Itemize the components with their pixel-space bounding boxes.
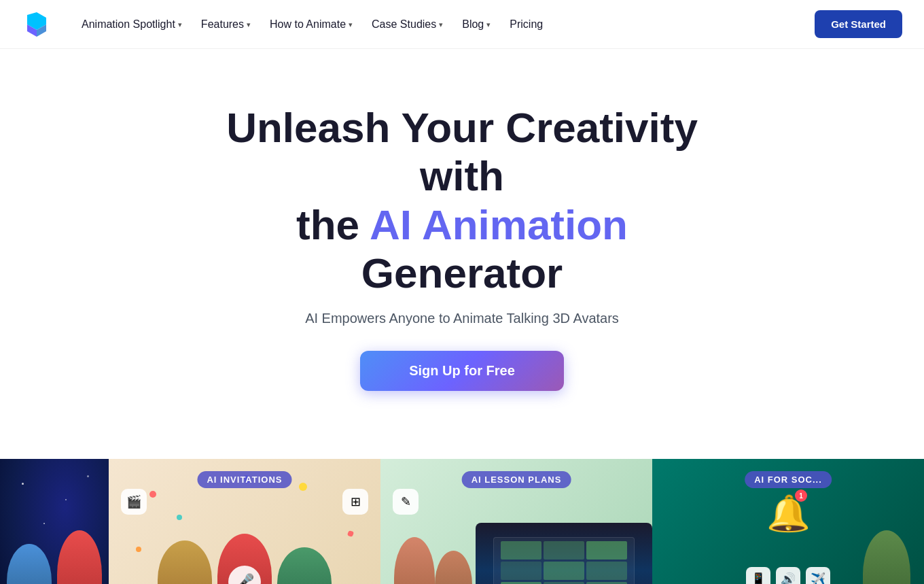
- card-4-social-icons: 📱 🔊 ✈️: [746, 567, 830, 584]
- chevron-down-icon: ▾: [178, 20, 182, 29]
- navbar: Animation Spotlight ▾ Features ▾ How to …: [0, 0, 924, 49]
- nav-item-blog[interactable]: Blog ▾: [454, 13, 499, 36]
- card-4-avatar: [863, 530, 910, 584]
- nav-item-features[interactable]: Features ▾: [193, 13, 259, 36]
- card-4-label: AI FOR SOC...: [745, 471, 832, 488]
- nav-cta: Get Started: [815, 10, 902, 38]
- get-started-button[interactable]: Get Started: [815, 10, 902, 38]
- card-ai-social[interactable]: AI FOR SOC... 🔔 1 📱 🔊 ✈️: [652, 459, 924, 584]
- nav-item-case-studies[interactable]: Case Studies ▾: [363, 13, 451, 36]
- chevron-down-icon: ▾: [439, 20, 443, 29]
- chevron-down-icon: ▾: [486, 20, 491, 29]
- card-animation[interactable]: ANIMATION: [0, 459, 109, 584]
- card-4-icon-2: 🔊: [776, 567, 800, 584]
- card-3-label: AI LESSON PLANS: [462, 471, 571, 488]
- card-2-label: AI INVITATIONS: [197, 471, 291, 488]
- chevron-down-icon: ▾: [247, 20, 251, 29]
- logo[interactable]: [22, 10, 52, 39]
- nav-item-animation-spotlight[interactable]: Animation Spotlight ▾: [73, 13, 190, 36]
- card-4-icon-3: ✈️: [806, 567, 830, 584]
- hero-title: Unleash Your Creativity with the AI Anim…: [190, 103, 734, 297]
- nav-item-how-to-animate[interactable]: How to Animate ▾: [262, 13, 361, 36]
- card-3-icon-edit: ✎: [393, 489, 419, 515]
- card-ai-invitations[interactable]: AI INVITATIONS 🎬 ⊞ 🎤: [109, 459, 380, 584]
- nav-item-pricing[interactable]: Pricing: [501, 13, 551, 36]
- card-1-avatars: [0, 507, 109, 584]
- signup-button[interactable]: Sign Up for Free: [360, 351, 564, 391]
- chevron-down-icon: ▾: [349, 20, 353, 29]
- card-ai-lesson-plans[interactable]: AI LESSON PLANS ✎ 🔗: [380, 459, 652, 584]
- cards-strip: ANIMATION AI INVITATIONS 🎬 ⊞: [0, 459, 924, 584]
- nav-links: Animation Spotlight ▾ Features ▾ How to …: [73, 13, 815, 36]
- card-4-icon-1: 📱: [746, 567, 770, 584]
- hero-subtitle: AI Empowers Anyone to Animate Talking 3D…: [305, 311, 619, 326]
- hero-section: Unleash Your Creativity with the AI Anim…: [0, 49, 924, 418]
